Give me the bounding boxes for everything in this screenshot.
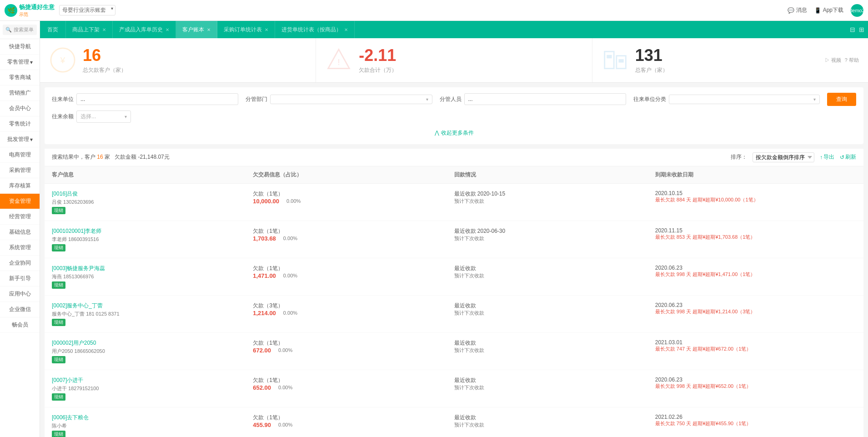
sidebar-item-marketing[interactable]: 营销推广 bbox=[0, 85, 40, 101]
overdue-link[interactable]: 超期¥超期¥652.00（1笔） bbox=[692, 383, 751, 389]
tab-inventory-stats[interactable]: 进货单统计表（按商品） ✕ bbox=[275, 21, 355, 38]
overdue-days: 最长欠款 884 天 超期¥超期¥10,000.00（1笔） bbox=[655, 196, 856, 203]
overdue-link[interactable]: 超期¥超期¥455.90（1笔） bbox=[692, 421, 751, 426]
tab-expand-icon[interactable]: ⊞ bbox=[859, 26, 864, 33]
industry-selector[interactable]: 母婴行业演示账套 bbox=[59, 5, 115, 15]
sidebar-item-label: 快捷导航 bbox=[9, 43, 31, 50]
sidebar-search[interactable]: 🔍 搜索菜单 bbox=[0, 21, 40, 39]
customer-sub: 海燕 18513066976 bbox=[52, 273, 253, 280]
last-payment: 最近收款 bbox=[454, 302, 655, 310]
overdue-link[interactable]: 超期¥超期¥1,471.00（1笔） bbox=[692, 271, 755, 277]
stat-value-owed-customers: 16 bbox=[83, 46, 306, 65]
sidebar-item-enterprise-collab[interactable]: 企业协同 bbox=[0, 256, 40, 271]
sidebar-item-retail-mgmt[interactable]: 零售管理 ▾ bbox=[0, 55, 40, 70]
debt-cell: 欠款（3笔） 1,214.00 0.00% bbox=[253, 302, 454, 316]
last-payment: 最近收款 bbox=[454, 377, 655, 384]
tab-close-icon[interactable]: ✕ bbox=[102, 27, 106, 32]
sidebar-item-member-center[interactable]: 会员中心 bbox=[0, 101, 40, 116]
sidebar-item-app-center[interactable]: 应用中心 bbox=[0, 286, 40, 302]
sidebar: 🔍 搜索菜单 快捷导航 零售管理 ▾ 零售商城 营销推广 会员中心 零售统计 bbox=[0, 21, 40, 437]
sidebar-item-basic-info[interactable]: 基础信息 bbox=[0, 225, 40, 240]
due-date: 2020.10.15 bbox=[655, 190, 856, 196]
last-payment: 最近收款 bbox=[454, 265, 655, 272]
overdue-days: 最长欠款 998 天 超期¥超期¥652.00（1笔） bbox=[655, 383, 856, 390]
chevron-down-icon: ▾ bbox=[30, 59, 33, 65]
overdue-link[interactable]: 超期¥超期¥672.00（1笔） bbox=[692, 346, 751, 352]
payment-cell: 最近收款 2020-06-30 预计下次收款 bbox=[454, 227, 655, 242]
tab-close-icon[interactable]: ✕ bbox=[344, 27, 348, 32]
overdue-link[interactable]: 超期¥超期¥10,000.00（1笔） bbox=[692, 197, 758, 202]
sidebar-item-inventory-check[interactable]: 库存核算 bbox=[0, 178, 40, 194]
sidebar-item-vip-member[interactable]: 畅会员 bbox=[0, 317, 40, 333]
last-payment: 最近收款 bbox=[454, 414, 655, 422]
customer-sub: 陈小希 bbox=[52, 422, 253, 429]
customer-tag: 现销 bbox=[52, 393, 65, 401]
customer-name-link[interactable]: [0003]畅捷服务尹海蕊 bbox=[52, 265, 105, 271]
search-button[interactable]: 查询 bbox=[827, 93, 856, 106]
sort-select[interactable]: 按欠款金额倒序排序 bbox=[753, 152, 814, 162]
overdue-link[interactable]: 超期¥超期¥1,703.68（1笔） bbox=[692, 234, 755, 240]
customer-name-link[interactable]: [0002]服务中心_丁蕾 bbox=[52, 302, 103, 309]
payment-cell: 最近收款 预计下次收款 bbox=[454, 414, 655, 428]
sidebar-item-retail-stats[interactable]: 零售统计 bbox=[0, 116, 40, 132]
debt-label: 欠款（3笔） bbox=[253, 302, 454, 310]
tab-customer-account[interactable]: 客户账本 ✕ bbox=[176, 21, 217, 38]
customer-name-link[interactable]: [0001020001]李老师 bbox=[52, 228, 101, 234]
sidebar-item-ecommerce-mgmt[interactable]: 电商管理 bbox=[0, 147, 40, 163]
sidebar-item-capital-mgmt[interactable]: 资金管理 bbox=[0, 194, 40, 209]
customer-tag: 现销 bbox=[52, 207, 65, 214]
export-button[interactable]: ↑ 导出 bbox=[820, 153, 834, 161]
video-button[interactable]: ▷ 视频 bbox=[825, 57, 841, 64]
customer-name-link[interactable]: [0016]吕俊 bbox=[52, 191, 78, 197]
sidebar-item-retail-mall[interactable]: 零售商城 bbox=[0, 70, 40, 85]
help-button[interactable]: ? 帮助 bbox=[845, 57, 859, 64]
debt-amount: 1,703.68 bbox=[253, 235, 276, 242]
sidebar-item-operation-mgmt[interactable]: 经营管理 bbox=[0, 209, 40, 225]
balance-select[interactable]: 选择... ▾ bbox=[76, 111, 131, 123]
message-button[interactable]: 💬 消息 bbox=[788, 6, 807, 14]
tab-close-icon[interactable]: ✕ bbox=[207, 27, 211, 32]
sidebar-item-system-mgmt[interactable]: 系统管理 bbox=[0, 240, 40, 256]
results-bar: 搜索结果中，客户 16 家 欠款金额 -21,148.07元 排序： 按欠款金额… bbox=[45, 149, 863, 166]
col-customer-info: 客户信息 bbox=[52, 171, 253, 179]
customer-tag: 现销 bbox=[52, 244, 65, 251]
sidebar-item-purchase-mgmt[interactable]: 采购管理 bbox=[0, 163, 40, 178]
filter-area: 往来单位 ... 分管部门 ▾ bbox=[45, 87, 863, 144]
app-download-button[interactable]: 📱 App下载 bbox=[814, 6, 843, 14]
payment-cell: 最近收款 预计下次收款 bbox=[454, 265, 655, 279]
sidebar-item-new-guide[interactable]: 新手引导 bbox=[0, 271, 40, 286]
sidebar-item-distribution-mgmt[interactable]: 批发管理 ▾ bbox=[0, 132, 40, 147]
overdue-link[interactable]: 超期¥超期¥1,214.00（3笔） bbox=[692, 309, 755, 314]
table-row: [0016]吕俊 吕俊 13026203696 现销 欠款（1笔） 10,000… bbox=[45, 184, 863, 221]
table-header: 客户信息 欠交易信息（占比） 回款情况 到期未收款日期 bbox=[45, 166, 863, 184]
from-unit-input[interactable]: ... bbox=[76, 93, 238, 105]
tab-label: 商品上下架 bbox=[72, 26, 100, 34]
payment-cell: 最近收款 预计下次收款 bbox=[454, 377, 655, 391]
sidebar-item-quick-nav[interactable]: 快捷导航 bbox=[0, 39, 40, 55]
tab-minimize-icon[interactable]: ⊟ bbox=[850, 26, 855, 33]
tab-production-history[interactable]: 产成品入库单历史 ✕ bbox=[113, 21, 176, 38]
tab-home[interactable]: 首页 bbox=[40, 21, 66, 38]
department-label: 分管部门 bbox=[246, 95, 267, 103]
collapse-button[interactable]: ⋀ 收起更多条件 bbox=[52, 127, 856, 139]
tab-product-listing[interactable]: 商品上下架 ✕ bbox=[66, 21, 113, 38]
debt-percent: 0.00% bbox=[278, 385, 292, 390]
refresh-button[interactable]: ↺ 刷新 bbox=[840, 153, 856, 161]
customer-name-link[interactable]: [0006]去下粮仓 bbox=[52, 414, 89, 421]
avatar[interactable]: demo2 bbox=[851, 4, 863, 17]
department-select[interactable]: ▾ bbox=[270, 95, 432, 104]
unit-category-select[interactable]: ▾ bbox=[669, 95, 820, 104]
tab-close-icon[interactable]: ✕ bbox=[265, 27, 268, 32]
search-box[interactable]: 🔍 搜索菜单 bbox=[3, 25, 37, 35]
debt-percent: 0.00% bbox=[278, 422, 292, 427]
customer-name-link[interactable]: [000002]用户2050 bbox=[52, 340, 96, 346]
tab-purchase-order[interactable]: 采购订单统计表 ✕ bbox=[217, 21, 275, 38]
sidebar-item-enterprise-wechat[interactable]: 企业微信 bbox=[0, 302, 40, 317]
sidebar-item-label: 系统管理 bbox=[9, 244, 31, 251]
customer-name-link[interactable]: [0007]小进干 bbox=[52, 377, 83, 383]
logo[interactable]: 🌿 畅捷通好生意 示范 bbox=[5, 3, 55, 18]
manager-input[interactable]: ... bbox=[464, 93, 626, 105]
tab-close-icon[interactable]: ✕ bbox=[166, 27, 169, 32]
overdue-days: 最长欠款 998 天 超期¥超期¥1,214.00（3笔） bbox=[655, 308, 856, 315]
debt-label: 欠款（1笔） bbox=[253, 377, 454, 384]
